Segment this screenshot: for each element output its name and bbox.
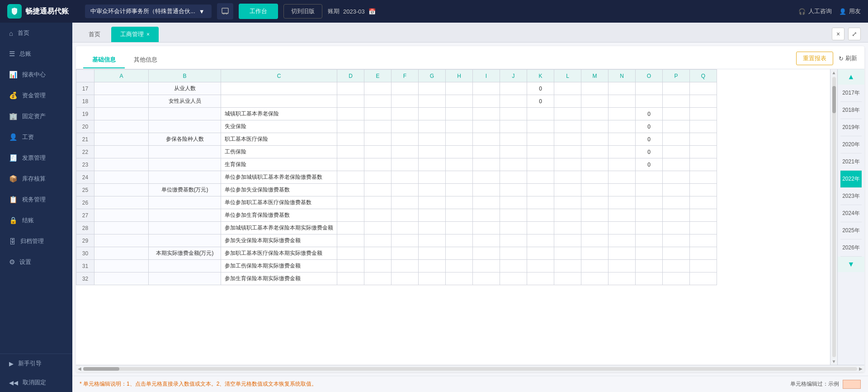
sidebar-item-payroll[interactable]: 👤 工资 xyxy=(0,127,72,148)
cell-empty[interactable] xyxy=(500,196,527,209)
cell-empty[interactable] xyxy=(663,234,690,247)
year-item[interactable]: 2022年 xyxy=(840,171,862,188)
cell-empty[interactable] xyxy=(500,120,527,133)
cell-b[interactable] xyxy=(149,120,221,133)
cell-empty[interactable] xyxy=(609,234,636,247)
cell-o[interactable] xyxy=(636,171,663,184)
cell-empty[interactable] xyxy=(392,260,419,272)
cell-empty[interactable] xyxy=(419,184,446,196)
cell-b[interactable] xyxy=(149,146,221,158)
cell-empty[interactable] xyxy=(554,209,581,222)
cell-empty[interactable] xyxy=(337,108,364,120)
sidebar-item-tax[interactable]: 📋 税务管理 xyxy=(0,189,72,210)
sidebar-item-reports[interactable]: 📊 报表中心 xyxy=(0,64,72,85)
cell-empty[interactable] xyxy=(609,171,636,184)
cell-empty[interactable] xyxy=(609,108,636,120)
sidebar-item-inventory[interactable]: 📦 库存核算 xyxy=(0,168,72,189)
cell-c[interactable] xyxy=(221,95,337,108)
cell-c[interactable]: 参加城镇职工基本养老保险本期实际缴费金额 xyxy=(221,222,337,234)
year-item[interactable]: 2023年 xyxy=(840,188,862,205)
cell-empty[interactable] xyxy=(364,222,392,234)
cell-empty[interactable] xyxy=(554,133,581,146)
cell-empty[interactable] xyxy=(392,82,419,95)
cell-empty[interactable] xyxy=(554,260,581,272)
year-item[interactable]: 2026年 xyxy=(840,239,862,257)
cell-empty[interactable] xyxy=(690,260,717,272)
h-scroll-track[interactable] xyxy=(83,367,857,371)
cell-o[interactable] xyxy=(636,82,663,95)
cell-o[interactable]: 0 xyxy=(636,158,663,171)
cell-empty[interactable] xyxy=(392,120,419,133)
cell-empty[interactable] xyxy=(419,247,446,260)
cell-empty[interactable] xyxy=(473,260,500,272)
cell-empty[interactable] xyxy=(364,133,392,146)
cell-empty[interactable] xyxy=(392,234,419,247)
cell-b[interactable]: 参保各险种人数 xyxy=(149,133,221,146)
cell-empty[interactable] xyxy=(337,146,364,158)
tab-gongshang[interactable]: 工商管理 × xyxy=(111,27,159,42)
cell-o[interactable]: 0 xyxy=(636,108,663,120)
cell-empty[interactable] xyxy=(690,108,717,120)
cell-empty[interactable] xyxy=(473,247,500,260)
sidebar-item-assets[interactable]: 🏢 固定资产 xyxy=(0,106,72,127)
cell-a[interactable] xyxy=(94,171,149,184)
cell-empty[interactable] xyxy=(473,222,500,234)
cell-empty[interactable] xyxy=(364,95,392,108)
cell-c[interactable]: 单位参加失业保险缴费基数 xyxy=(221,184,337,196)
cell-empty[interactable] xyxy=(337,222,364,234)
cell-empty[interactable] xyxy=(690,82,717,95)
cell-empty[interactable] xyxy=(392,108,419,120)
cell-k[interactable] xyxy=(527,184,554,196)
cell-empty[interactable] xyxy=(473,120,500,133)
cell-empty[interactable] xyxy=(446,196,473,209)
cell-empty[interactable] xyxy=(554,158,581,171)
cell-empty[interactable] xyxy=(581,209,609,222)
cell-empty[interactable] xyxy=(500,234,527,247)
workbench-button[interactable]: 工作台 xyxy=(239,4,278,19)
cell-c[interactable]: 职工基本医疗保险 xyxy=(221,133,337,146)
cell-empty[interactable] xyxy=(419,272,446,285)
cell-empty[interactable] xyxy=(392,247,419,260)
cell-empty[interactable] xyxy=(446,209,473,222)
cell-k[interactable] xyxy=(527,247,554,260)
cell-c[interactable]: 生育保险 xyxy=(221,158,337,171)
cell-empty[interactable] xyxy=(554,222,581,234)
cell-empty[interactable] xyxy=(609,95,636,108)
cell-empty[interactable] xyxy=(364,260,392,272)
cell-empty[interactable] xyxy=(690,209,717,222)
cell-empty[interactable] xyxy=(581,247,609,260)
cell-o[interactable] xyxy=(636,260,663,272)
cell-empty[interactable] xyxy=(473,133,500,146)
maximize-window-button[interactable]: ⤢ xyxy=(848,28,861,40)
cell-empty[interactable] xyxy=(337,120,364,133)
cell-b[interactable]: 女性从业人员 xyxy=(149,95,221,108)
cell-empty[interactable] xyxy=(500,82,527,95)
cell-empty[interactable] xyxy=(690,158,717,171)
cell-o[interactable] xyxy=(636,272,663,285)
cell-b[interactable]: 本期实际缴费金额(万元) xyxy=(149,247,221,260)
cell-empty[interactable] xyxy=(500,222,527,234)
cell-empty[interactable] xyxy=(663,146,690,158)
cell-k[interactable] xyxy=(527,120,554,133)
cell-o[interactable]: 0 xyxy=(636,146,663,158)
cell-empty[interactable] xyxy=(500,260,527,272)
cell-empty[interactable] xyxy=(364,171,392,184)
cell-empty[interactable] xyxy=(500,184,527,196)
cell-empty[interactable] xyxy=(446,234,473,247)
cell-empty[interactable] xyxy=(419,158,446,171)
cell-empty[interactable] xyxy=(419,82,446,95)
v-scrollbar[interactable]: ▲ ▼ xyxy=(830,69,837,365)
cell-empty[interactable] xyxy=(337,133,364,146)
cell-empty[interactable] xyxy=(500,158,527,171)
cell-empty[interactable] xyxy=(392,222,419,234)
cell-empty[interactable] xyxy=(609,120,636,133)
h-scrollbar[interactable]: ◀ ▶ xyxy=(76,365,864,372)
cell-a[interactable] xyxy=(94,234,149,247)
cell-empty[interactable] xyxy=(419,234,446,247)
cell-empty[interactable] xyxy=(554,120,581,133)
cell-a[interactable] xyxy=(94,247,149,260)
cell-c[interactable]: 单位参加城镇职工基本养老保险缴费基数 xyxy=(221,171,337,184)
cell-b[interactable]: 从业人数 xyxy=(149,82,221,95)
cell-a[interactable] xyxy=(94,82,149,95)
sidebar-item-invoice[interactable]: 🧾 发票管理 xyxy=(0,148,72,168)
